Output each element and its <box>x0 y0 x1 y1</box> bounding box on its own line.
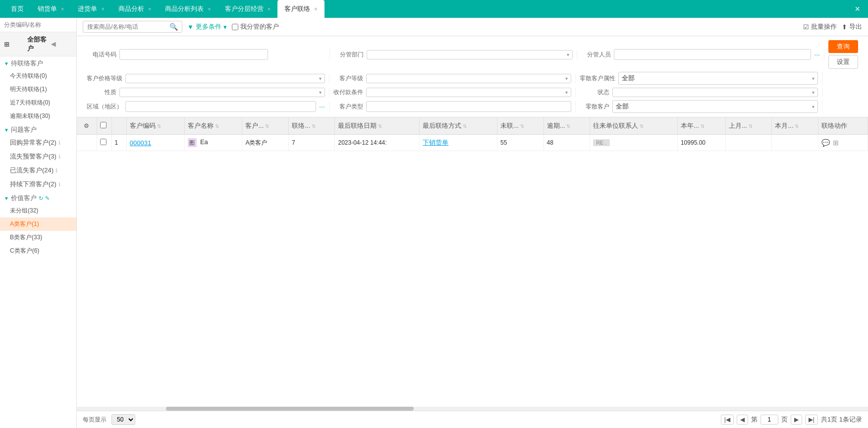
sidebar-item-today-pending[interactable]: 今天待联络(0) <box>0 69 76 83</box>
th-this-year[interactable]: 本年... ⇅ <box>677 117 725 135</box>
search-button[interactable]: 查询 <box>828 40 858 53</box>
last-page-button[interactable]: ▶| <box>805 415 818 425</box>
grid-action-icon[interactable]: ⊞ <box>833 139 839 147</box>
close-icon[interactable]: × <box>148 6 151 12</box>
page-input[interactable] <box>760 415 778 425</box>
td-last-contact-method[interactable]: 下销货单 <box>420 135 497 151</box>
setting-button[interactable]: 设置 <box>828 55 858 69</box>
section-problem-customers: ▼ 问题客户 <box>0 123 76 136</box>
more-filter-button[interactable]: ▼ 更多条件 ▾ <box>187 22 227 31</box>
batch-op-button[interactable]: ☑ 批量操作 <box>803 22 837 31</box>
collapse-icon[interactable]: ◀ <box>51 41 72 48</box>
region-input[interactable] <box>125 101 316 112</box>
nav-sales-order[interactable]: 销货单 × <box>31 0 71 18</box>
nav-product-analysis-list[interactable]: 商品分析列表 × <box>158 0 217 18</box>
payment-select[interactable]: ▾ <box>366 88 572 97</box>
td-checkbox[interactable] <box>97 135 111 151</box>
nav-customer-segment[interactable]: 客户分层经营 × <box>218 0 277 18</box>
prev-page-button[interactable]: ◀ <box>737 415 748 425</box>
th-unit-contact[interactable]: 往来单位联系人 ⇅ <box>590 117 678 135</box>
search-box: 🔍 <box>83 21 182 33</box>
next-page-button[interactable]: ▶ <box>791 415 802 425</box>
nature-select[interactable]: ▾ <box>119 88 325 97</box>
sidebar-item-churn-warning[interactable]: 流失预警客户(3) ℹ <box>0 150 76 163</box>
nav-customer-contact[interactable]: 客户联络 × <box>277 0 324 18</box>
th-last-contact-method[interactable]: 最后联络方式 ⇅ <box>420 117 497 135</box>
customer-level-select[interactable]: ▾ <box>366 74 572 83</box>
close-icon[interactable]: × <box>268 6 271 12</box>
phone-input[interactable] <box>119 49 268 60</box>
th-name[interactable]: 客户名称 ⇅ <box>184 117 242 135</box>
arrow-icon: ▼ <box>4 127 9 133</box>
sidebar-item-class-c[interactable]: C类客户(6) <box>0 244 76 258</box>
section-value-customers: ▼ 价值客户 ↻ ✎ <box>0 191 76 204</box>
horizontal-scrollbar[interactable] <box>77 407 868 411</box>
select-all-checkbox[interactable] <box>100 122 107 128</box>
close-icon[interactable]: × <box>314 6 317 12</box>
th-code[interactable]: 客户编码 ⇅ <box>126 117 184 135</box>
sidebar-item-churned[interactable]: 已流失客户(24) ℹ <box>0 163 76 177</box>
th-uncontacted[interactable]: 未联... ⇅ <box>497 117 544 135</box>
data-table-wrapper: ⚙ 客户编码 ⇅ 客户名称 ⇅ <box>77 117 868 407</box>
retail-customer-select[interactable]: 全部 ▾ <box>612 100 818 113</box>
more-icon[interactable]: ··· <box>814 51 820 58</box>
th-checkbox[interactable] <box>97 117 111 135</box>
th-last-contact-date[interactable]: 最后联络日期 ⇅ <box>335 117 420 135</box>
sidebar-item-tomorrow-pending[interactable]: 明天待联络(1) <box>0 83 76 96</box>
dept-select[interactable]: ▾ <box>367 50 573 59</box>
filter-phone: 电话号码 <box>83 49 330 60</box>
retail-customer-label: 零散客户 <box>580 103 609 111</box>
scrollbar-thumb[interactable] <box>166 407 414 411</box>
close-icon[interactable]: × <box>61 6 64 12</box>
my-customers-checkbox[interactable] <box>232 24 238 30</box>
th-overdue[interactable]: 逾期... ⇅ <box>543 117 590 135</box>
sidebar-search-input[interactable] <box>4 21 77 28</box>
refresh-icon[interactable]: ↻ <box>39 195 43 202</box>
close-icon[interactable]: × <box>208 6 211 12</box>
manager-input[interactable] <box>614 49 811 60</box>
td-name[interactable]: 图 Ea <box>184 135 242 151</box>
sidebar-item-7days-pending[interactable]: 近7天待联络(0) <box>0 96 76 109</box>
th-last-month[interactable]: 上月... ⇅ <box>725 117 772 135</box>
more-icon[interactable]: ··· <box>319 103 325 110</box>
th-this-month[interactable]: 本月... ⇅ <box>772 117 818 135</box>
all-customers-header[interactable]: ⊞ 全部客户 ◀ <box>0 32 76 56</box>
sidebar-item-ungrouped[interactable]: 未分组(32) <box>0 204 76 217</box>
th-type[interactable]: 客户... ⇅ <box>242 117 289 135</box>
customer-type-input[interactable] <box>366 101 572 112</box>
sidebar-item-overdue[interactable]: 逾期未联络(30) <box>0 109 76 123</box>
td-this-month <box>772 135 818 151</box>
sidebar-item-repurchase-abnormal[interactable]: 回购异常客户(2) ℹ <box>0 136 76 150</box>
filter-row-2: 客户价格等级 ▾ 客户等级 ▾ 零散客户属性 全部 <box>83 72 862 85</box>
th-contact[interactable]: 联络... ⇅ <box>288 117 335 135</box>
info-icon: ℹ <box>55 167 57 174</box>
edit-icon[interactable]: ✎ <box>45 195 50 202</box>
comment-icon[interactable]: 💬 <box>821 139 830 147</box>
nav-purchase-order[interactable]: 进货单 × <box>71 0 111 18</box>
retail-attr-select[interactable]: 全部 ▾ <box>618 72 818 85</box>
per-page-select[interactable]: 50 <box>111 414 135 425</box>
export-button[interactable]: ⬆ 导出 <box>842 22 862 31</box>
td-index: 1 <box>111 135 126 151</box>
sort-icon: ⇅ <box>795 123 799 129</box>
sidebar-item-class-b[interactable]: B类客户(33) <box>0 231 76 244</box>
search-input[interactable] <box>87 23 166 30</box>
status-select[interactable]: ▾ <box>612 88 818 97</box>
filter-icon: ▼ <box>187 23 194 31</box>
phone-label: 电话号码 <box>87 51 116 59</box>
first-page-button[interactable]: |◀ <box>721 415 734 425</box>
td-code[interactable]: 000031 <box>126 135 184 151</box>
nav-product-analysis[interactable]: 商品分析 × <box>111 0 158 18</box>
nav-home[interactable]: 首页 <box>4 0 31 18</box>
sidebar-item-class-a[interactable]: A类客户(1) <box>0 217 76 231</box>
row-checkbox[interactable] <box>100 139 107 145</box>
search-icon[interactable]: 🔍 <box>169 23 178 31</box>
grid-icon: ⊞ <box>4 41 25 48</box>
price-level-select[interactable]: ▾ <box>125 74 325 83</box>
sidebar-item-declining[interactable]: 持续下滑客户(2) ℹ <box>0 177 76 191</box>
close-all-button[interactable]: × <box>851 4 864 14</box>
close-icon[interactable]: × <box>101 6 104 12</box>
sort-icon: ⇅ <box>157 123 161 129</box>
chevron-down-icon: ▾ <box>812 90 814 95</box>
th-settings[interactable]: ⚙ <box>77 117 97 135</box>
